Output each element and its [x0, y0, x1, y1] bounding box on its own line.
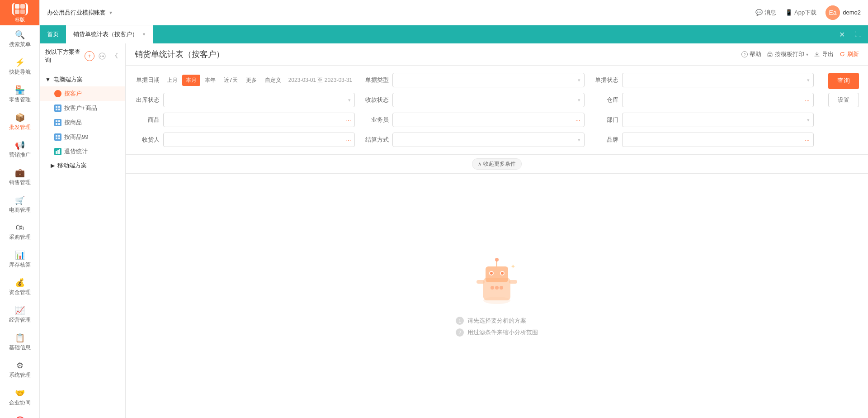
- refresh-button[interactable]: 刷新: [839, 50, 859, 58]
- out-status-select[interactable]: ▾: [163, 93, 355, 107]
- template-print-button[interactable]: 按模板打印 ▾: [767, 50, 808, 58]
- warehouse-select[interactable]: ···: [622, 93, 814, 107]
- sidebar-item-ecommerce[interactable]: 🛒 电商管理: [0, 191, 39, 218]
- scheme-item-by-customer-goods[interactable]: 按客户+商品: [40, 101, 125, 115]
- scheme-panel: 按以下方案查询 + 《 ▼ 电脑端方案 按: [40, 43, 126, 418]
- page-title: 销货单统计表（按客户）: [135, 49, 224, 65]
- svg-point-38: [495, 258, 499, 261]
- svg-rect-1: [20, 4, 25, 9]
- goods-ellipsis-icon: ···: [346, 117, 351, 124]
- message-button[interactable]: 💬 消息: [755, 9, 776, 17]
- newbie-icon: 🎯: [15, 416, 25, 418]
- svg-point-8: [102, 56, 103, 57]
- template-print-arrow-icon: ▾: [806, 52, 808, 57]
- sidebar-item-business[interactable]: 📈 经营管理: [0, 301, 39, 328]
- export-button[interactable]: 导出: [814, 50, 834, 58]
- sidebar-item-marketing[interactable]: 📢 营销推广: [0, 136, 39, 163]
- tab-home[interactable]: 首页: [40, 25, 66, 43]
- scheme-item-by-goods-99[interactable]: 按商品99: [40, 130, 125, 144]
- sidebar: 标版 🔍 搜索菜单 ⚡ 快捷导航 🏪 零售管理 📦 批发管理 📢 营销推广 💼 …: [0, 0, 40, 418]
- svg-rect-2: [15, 10, 19, 14]
- sales-icon: 💼: [15, 168, 25, 178]
- sidebar-item-search[interactable]: 🔍 搜索菜单: [0, 25, 39, 53]
- sidebar-item-enterprise[interactable]: 🤝 企业协同: [0, 384, 39, 411]
- step-2-num: 2: [456, 328, 464, 337]
- sidebar-item-newbie[interactable]: 🎯 新手引导: [0, 411, 39, 418]
- date-tab-this-month[interactable]: 本月: [182, 75, 200, 86]
- step-1-num: 1: [456, 317, 464, 325]
- scheme-item-by-customer[interactable]: 按客户: [40, 86, 125, 101]
- order-type-label: 单据类型: [364, 76, 389, 84]
- scheme-item-return-stats[interactable]: 退货统计: [40, 144, 125, 159]
- export-label: 导出: [822, 50, 834, 58]
- department-select[interactable]: ▾: [622, 113, 814, 127]
- svg-rect-16: [56, 123, 57, 125]
- svg-rect-23: [57, 150, 59, 154]
- svg-rect-32: [486, 266, 508, 282]
- goods-select[interactable]: ···: [163, 113, 355, 127]
- sidebar-item-basic[interactable]: 📋 基础信息: [0, 328, 39, 356]
- svg-text:Ea: Ea: [829, 9, 837, 16]
- button-group: 查询 设置: [821, 73, 859, 107]
- settlement-select[interactable]: ▾: [392, 133, 584, 147]
- scheme-fold-icon[interactable]: 《: [110, 51, 120, 61]
- user-area[interactable]: Ea demo2: [826, 5, 861, 20]
- salesperson-select[interactable]: ···: [392, 113, 584, 127]
- system-icon: ⚙: [16, 361, 24, 370]
- sidebar-item-purchase[interactable]: 🛍 采购管理: [0, 218, 39, 246]
- help-button[interactable]: ? 帮助: [741, 50, 761, 58]
- scheme-item-by-customer-goods-label: 按客户+商品: [64, 104, 97, 112]
- topbar-title: 办公用品行业模拟账套: [47, 9, 106, 17]
- date-tab-last-month[interactable]: 上月: [163, 75, 181, 86]
- recipient-select[interactable]: ···: [163, 133, 355, 147]
- topbar-dropdown-icon[interactable]: ▾: [109, 10, 112, 16]
- scheme-group-desktop-header[interactable]: ▼ 电脑端方案: [40, 73, 125, 86]
- tab-close-all-icon[interactable]: ✕: [835, 28, 848, 41]
- sidebar-item-retail[interactable]: 🏪 零售管理: [0, 81, 39, 108]
- filter-cell-warehouse: 仓库 ···: [594, 93, 814, 107]
- order-status-select[interactable]: ▾: [622, 73, 814, 87]
- date-tab-custom[interactable]: 自定义: [261, 75, 285, 86]
- message-icon: 💬: [755, 9, 763, 16]
- topbar: 办公用品行业模拟账套 ▾ 💬 消息 📱 App下载 Ea demo2: [40, 0, 868, 25]
- sidebar-item-wholesale[interactable]: 📦 批发管理: [0, 108, 39, 136]
- logo-icon: [12, 3, 28, 15]
- salesperson-label: 业务员: [364, 116, 389, 124]
- tab-close-icon[interactable]: ×: [142, 31, 146, 38]
- scheme-edit-icon[interactable]: [97, 51, 107, 61]
- main-content: 销货单统计表（按客户） ? 帮助 按模板打印 ▾ 导出: [126, 43, 868, 418]
- settings-button[interactable]: 设置: [828, 93, 859, 107]
- date-tab-more[interactable]: 更多: [242, 75, 260, 86]
- scheme-item-by-goods[interactable]: 按商品: [40, 115, 125, 130]
- filter-cell-recipient: 收货人 ···: [135, 133, 355, 147]
- sidebar-item-quick-nav[interactable]: ⚡ 快捷导航: [0, 53, 39, 81]
- sidebar-item-label-business: 经营管理: [9, 316, 31, 324]
- collapse-button[interactable]: ∧ 收起更多条件: [472, 158, 522, 170]
- order-type-select[interactable]: ▾: [392, 73, 584, 87]
- sidebar-item-system[interactable]: ⚙ 系统管理: [0, 356, 39, 384]
- date-tab-7days[interactable]: 近7天: [220, 75, 241, 86]
- sidebar-item-finance[interactable]: 💰 资金管理: [0, 273, 39, 301]
- sidebar-nav: 🔍 搜索菜单 ⚡ 快捷导航 🏪 零售管理 📦 批发管理 📢 营销推广 💼 销售管…: [0, 25, 39, 418]
- scheme-add-button[interactable]: +: [85, 51, 94, 61]
- query-button[interactable]: 查询: [828, 73, 859, 89]
- tab-maximize-icon[interactable]: ⛶: [852, 28, 864, 41]
- empty-step-2: 2 用过滤条件来缩小分析范围: [456, 328, 538, 337]
- svg-rect-22: [56, 151, 57, 154]
- filter-cell-order-type: 单据类型 ▾: [364, 73, 584, 87]
- sidebar-item-inventory[interactable]: 📊 库存核算: [0, 246, 39, 273]
- brand-select[interactable]: ···: [622, 133, 814, 147]
- filter-cell-brand: 品牌 ···: [594, 133, 814, 147]
- sidebar-item-label-marketing: 营销推广: [9, 151, 31, 159]
- sidebar-item-label-system: 系统管理: [9, 371, 31, 379]
- scheme-group-mobile-label: 移动端方案: [57, 162, 87, 170]
- page-header: 销货单统计表（按客户） ? 帮助 按模板打印 ▾ 导出: [126, 43, 868, 66]
- receipt-status-select[interactable]: ▾: [392, 93, 584, 107]
- sidebar-item-sales[interactable]: 💼 销售管理: [0, 163, 39, 191]
- filter-row-3: 商品 ··· 业务员 ···: [135, 113, 814, 127]
- app-download-button[interactable]: 📱 App下载: [785, 9, 816, 17]
- date-tab-this-year[interactable]: 本年: [201, 75, 219, 86]
- scheme-group-mobile[interactable]: ▶ 移动端方案: [40, 159, 125, 172]
- tab-sales-stat[interactable]: 销货单统计表（按客户） ×: [66, 25, 153, 43]
- basic-icon: 📋: [15, 333, 25, 343]
